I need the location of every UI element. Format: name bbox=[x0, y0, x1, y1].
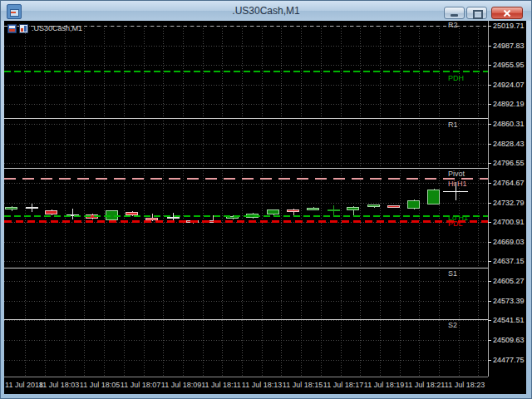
price-tick-mark bbox=[488, 320, 491, 321]
grid-line-vertical bbox=[262, 26, 263, 377]
price-tick-mark bbox=[488, 183, 491, 184]
grid-line-vertical bbox=[478, 26, 479, 377]
candle-bearish bbox=[287, 209, 299, 212]
price-tick-label: 24892.19 bbox=[493, 100, 525, 108]
candle-doji-body bbox=[328, 209, 340, 211]
price-tick-mark bbox=[488, 124, 491, 125]
grid-line-vertical bbox=[65, 26, 66, 377]
price-tick-mark bbox=[488, 360, 491, 361]
grid-line-vertical bbox=[341, 26, 342, 377]
price-tick-label: 24573.39 bbox=[493, 297, 525, 305]
grid-line-horizontal bbox=[4, 144, 488, 145]
grid-line-vertical bbox=[400, 26, 401, 377]
level-line-hi-h1 bbox=[4, 178, 488, 180]
price-tick-mark bbox=[488, 301, 491, 302]
price-tick-label: 24669.03 bbox=[493, 238, 525, 246]
grid-line-horizontal bbox=[4, 85, 488, 86]
grid-line-horizontal bbox=[4, 340, 488, 341]
grid-line-vertical bbox=[104, 26, 105, 377]
price-tick-label: 24637.15 bbox=[493, 257, 525, 265]
price-tick-mark bbox=[488, 26, 491, 27]
grid-line-horizontal bbox=[4, 301, 488, 302]
price-tick-label: 24732.79 bbox=[493, 199, 525, 207]
grid-line-horizontal bbox=[4, 320, 488, 321]
close-button[interactable] bbox=[491, 7, 523, 19]
price-tick-mark bbox=[488, 281, 491, 282]
price-axis[interactable]: 25019.7124987.8324955.9524924.0724892.19… bbox=[488, 21, 526, 377]
grid-line-horizontal bbox=[4, 183, 488, 184]
candle-bullish bbox=[367, 204, 380, 207]
level-label-r1: R1 bbox=[448, 121, 458, 129]
grid-line-horizontal bbox=[4, 124, 488, 125]
level-line-pdh bbox=[4, 71, 488, 72]
grid-line-horizontal bbox=[4, 281, 488, 282]
level-label-r2: R2 bbox=[448, 21, 458, 29]
chart-area[interactable]: R2PDHR1PivotHi H1Lo H1PDLS1S2 25019.7124… bbox=[4, 21, 526, 394]
level-label-pdl: PDL bbox=[448, 219, 463, 228]
price-tick-label: 24700.91 bbox=[493, 218, 525, 226]
grid-line-vertical bbox=[360, 26, 361, 377]
candle-bullish bbox=[407, 200, 420, 209]
level-line-pivot bbox=[4, 168, 488, 169]
price-tick-label: 24764.67 bbox=[493, 179, 525, 187]
grid-line-vertical bbox=[203, 26, 204, 377]
level-line-lo-h1 bbox=[4, 215, 488, 217]
level-line-r1 bbox=[4, 118, 488, 119]
minimize-button[interactable] bbox=[444, 7, 465, 19]
price-tick-label: 24955.95 bbox=[493, 61, 525, 69]
candle-bearish bbox=[387, 205, 400, 208]
candle-bullish bbox=[347, 207, 359, 210]
price-tick-label: 24477.75 bbox=[493, 356, 525, 364]
chart-plot[interactable]: R2PDHR1PivotHi H1Lo H1PDLS1S2 bbox=[4, 21, 488, 377]
level-label-hi-h1: Hi H1 bbox=[448, 180, 467, 188]
price-tick-mark bbox=[488, 242, 491, 243]
candle-bearish bbox=[45, 210, 57, 214]
price-tick-mark bbox=[488, 104, 491, 105]
restore-button[interactable] bbox=[466, 7, 487, 19]
symbol-period-label: .US30Cash,M1 bbox=[32, 24, 82, 32]
grid-line-vertical bbox=[242, 26, 243, 377]
price-tick-label: 24541.51 bbox=[493, 316, 525, 324]
price-tick-label: 24987.83 bbox=[493, 42, 525, 50]
platform-icon bbox=[7, 24, 17, 33]
price-tick-mark bbox=[488, 85, 491, 86]
grid-line-vertical bbox=[124, 26, 125, 377]
grid-line-vertical bbox=[301, 26, 302, 377]
price-tick-mark bbox=[488, 46, 491, 47]
grid-line-vertical bbox=[321, 26, 322, 377]
price-tick-label: 24860.31 bbox=[493, 120, 525, 128]
level-label-pivot: Pivot bbox=[448, 170, 465, 178]
price-tick-mark bbox=[488, 65, 491, 66]
grid-line-vertical bbox=[163, 26, 164, 377]
price-tick-mark bbox=[488, 203, 491, 204]
level-line-s1 bbox=[4, 268, 488, 268]
candle-bullish bbox=[427, 190, 440, 204]
price-tick-label: 24509.63 bbox=[493, 336, 525, 344]
grid-line-vertical bbox=[144, 26, 145, 377]
title-bar[interactable]: .US30Cash,M1 bbox=[1, 1, 531, 21]
candle-doji-body bbox=[167, 217, 180, 219]
chart-icon bbox=[19, 24, 28, 33]
level-label-pdh: PDH bbox=[448, 74, 464, 82]
application-window: .US30Cash,M1 R2PDHR1PivotHi H1Lo H1PDLS1… bbox=[0, 0, 532, 399]
price-tick-label: 24796.55 bbox=[493, 159, 525, 167]
time-tick-label: 11 Jul 18:23 bbox=[431, 381, 498, 389]
price-tick-mark bbox=[488, 222, 491, 223]
grid-line-horizontal bbox=[4, 360, 488, 361]
grid-line-horizontal bbox=[4, 46, 488, 47]
grid-line-vertical bbox=[183, 26, 184, 377]
time-axis[interactable]: 11 Jul 201811 Jul 18:0311 Jul 18:0511 Ju… bbox=[4, 377, 526, 394]
grid-line-vertical bbox=[25, 26, 26, 377]
candle-bullish bbox=[5, 207, 17, 209]
candle-bullish bbox=[267, 209, 279, 214]
grid-line-horizontal bbox=[4, 261, 488, 262]
level-label-s2: S2 bbox=[448, 321, 457, 329]
price-tick-label: 25019.71 bbox=[493, 22, 525, 30]
grid-line-horizontal bbox=[4, 65, 488, 66]
grid-line-vertical bbox=[222, 26, 223, 377]
level-line-pdl bbox=[4, 220, 488, 223]
price-tick-mark bbox=[488, 144, 491, 145]
candle-bullish bbox=[307, 208, 319, 210]
price-tick-label: 24605.27 bbox=[493, 277, 525, 285]
level-label-s1: S1 bbox=[448, 269, 457, 278]
